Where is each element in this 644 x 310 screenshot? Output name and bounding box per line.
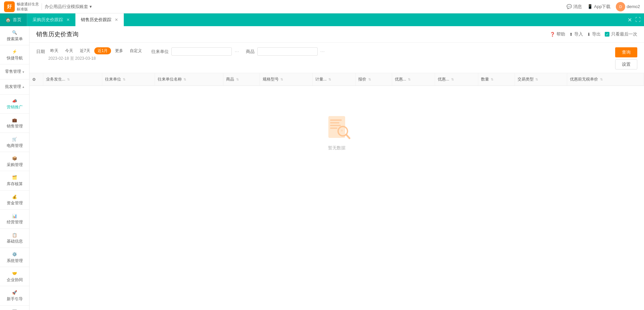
sidebar-item-inventory[interactable]: 🗂️ 库存核算 <box>0 171 29 190</box>
help-button[interactable]: ❓ 帮助 <box>550 31 565 37</box>
th-settings[interactable]: ⚙ <box>30 73 43 86</box>
sidebar-item-wholesale[interactable]: 批发管理 ▴ <box>0 80 29 95</box>
tab-home[interactable]: 🏠 首页 <box>0 13 27 26</box>
sidebar-item-search[interactable]: 🔍 搜索菜单 <box>0 26 29 45</box>
divider <box>42 3 42 10</box>
close-window-icon[interactable]: ✕ <box>628 17 632 23</box>
th-spec[interactable]: 规格型号 ⇅ <box>260 73 312 86</box>
account-dropdown[interactable]: 办公用品行业模拟账套 ▾ <box>45 4 92 10</box>
user-menu[interactable]: D demo2 <box>616 2 640 11</box>
th-unit[interactable]: 计量... ⇅ <box>312 73 356 86</box>
th-discount2[interactable]: 优惠... ⇅ <box>435 73 478 86</box>
data-table: ⚙ 业务发生... ⇅ 往来单位 ⇅ 往来单位名称 <box>30 73 644 86</box>
sidebar-item-appstore[interactable]: 🔲 应用中心 <box>0 306 29 310</box>
top-bar-left: 好 畅捷通好生意 标准版 办公用品行业模拟账套 ▾ <box>4 1 92 12</box>
th-partner-code[interactable]: 往来单位 ⇅ <box>102 73 155 86</box>
sort-icon: ⇅ <box>328 78 331 81</box>
top-bar: 好 畅捷通好生意 标准版 办公用品行业模拟账套 ▾ 💬 消息 📱 App下载 D… <box>0 0 644 13</box>
sort-icon: ⇅ <box>535 78 538 81</box>
date-filter-group: 日期 昨天 今天 近7天 近1月 更多 自定义 2023-02-18 至 202… <box>36 47 145 61</box>
tab-purchase[interactable]: 采购历史价跟踪 ✕ <box>27 13 75 26</box>
last-only-checkbox[interactable]: ✓ 只看最后一次 <box>605 31 637 37</box>
partner-dots[interactable]: ... <box>234 47 239 53</box>
page-container: 销售历史价查询 ❓ 帮助 ⬆ 导入 ⬇ 导出 ✓ <box>30 26 644 310</box>
product-filter-group: 商品 ... <box>246 47 325 56</box>
logo: 好 畅捷通好生意 标准版 <box>4 1 39 12</box>
app-download-button[interactable]: 📱 App下载 <box>587 4 610 10</box>
sidebar-item-ecommerce[interactable]: 🛒 电商管理 <box>0 133 29 152</box>
operations-icon: 📊 <box>12 214 17 219</box>
sidebar-item-enterprise[interactable]: 🤝 企业协同 <box>0 267 29 286</box>
empty-state: 暂无数据 <box>30 86 644 178</box>
basic-icon: 📋 <box>12 233 17 238</box>
svg-rect-4 <box>330 127 337 129</box>
sidebar-item-finance[interactable]: 💰 资金管理 <box>0 191 29 210</box>
th-product[interactable]: 商品 ⇅ <box>223 73 260 86</box>
purchase-icon: 📦 <box>12 156 17 161</box>
svg-rect-3 <box>330 125 341 126</box>
sort-icon: ⇅ <box>451 78 454 81</box>
tab-purchase-close[interactable]: ✕ <box>66 17 70 22</box>
tab-sales-close[interactable]: ✕ <box>115 17 118 22</box>
date-btn-yesterday[interactable]: 昨天 <box>48 47 61 54</box>
th-trade-type[interactable]: 交易类型 ⇅ <box>515 73 567 86</box>
partner-input[interactable] <box>171 47 232 56</box>
table-container: ⚙ 业务发生... ⇅ 往来单位 ⇅ 往来单位名称 <box>30 73 644 178</box>
sidebar-item-retail[interactable]: 零售管理 ▾ <box>0 64 29 80</box>
sidebar-item-purchase-mgr[interactable]: 📦 采购管理 <box>0 152 29 171</box>
th-partner-name[interactable]: 往来单位名称 ⇅ <box>155 73 223 86</box>
message-button[interactable]: 💬 消息 <box>567 4 582 10</box>
tab-sales[interactable]: 销售历史价跟踪 ✕ <box>75 13 124 26</box>
date-label: 日期 <box>36 47 45 55</box>
sidebar-item-operations[interactable]: 📊 经营管理 <box>0 210 29 229</box>
th-price[interactable]: 报价 ⇅ <box>356 73 392 86</box>
date-btn-today[interactable]: 今天 <box>62 47 76 54</box>
sidebar-item-shortcut[interactable]: ⚡ 快捷导航 <box>0 45 29 64</box>
product-dots[interactable]: ... <box>320 47 325 53</box>
empty-icon <box>323 113 350 140</box>
export-button[interactable]: ⬇ 导出 <box>587 31 601 37</box>
th-pretax-price[interactable]: 优惠前无税单价 ⇅ <box>567 73 644 86</box>
chevron-down-icon: ▾ <box>90 4 92 9</box>
product-label: 商品 <box>246 47 255 55</box>
page-header: 销售历史价查询 ❓ 帮助 ⬆ 导入 ⬇ 导出 ✓ <box>30 26 644 43</box>
page-title: 销售历史价查询 <box>36 30 78 38</box>
guide-icon: 🚀 <box>12 290 17 296</box>
svg-rect-1 <box>330 119 342 121</box>
sidebar-item-marketing[interactable]: 📣 营销推广 <box>0 95 29 114</box>
settings-button[interactable]: 设置 <box>615 59 637 69</box>
sidebar-item-sales-mgr[interactable]: 💼 销售管理 <box>0 114 29 133</box>
home-icon: 🏠 <box>5 17 11 22</box>
partner-label: 往来单位 <box>151 47 169 55</box>
inventory-icon: 🗂️ <box>12 175 17 180</box>
sort-icon: ⇅ <box>123 78 125 81</box>
th-quantity[interactable]: 数量 ⇅ <box>478 73 515 86</box>
product-input[interactable] <box>257 47 318 56</box>
date-btn-1month[interactable]: 近1月 <box>94 47 111 54</box>
date-btn-more[interactable]: 更多 <box>112 47 126 54</box>
maximize-icon[interactable]: ⛶ <box>635 17 641 23</box>
empty-illustration <box>323 113 354 143</box>
svg-rect-2 <box>330 122 339 123</box>
chevron-up-icon: ▴ <box>22 85 24 89</box>
search-icon: 🔍 <box>12 30 17 36</box>
filter-bar: 日期 昨天 今天 近7天 近1月 更多 自定义 2023-02-18 至 202… <box>30 43 644 73</box>
sort-icon: ⇅ <box>491 78 493 81</box>
empty-text: 暂无数据 <box>328 145 345 151</box>
date-btn-7days[interactable]: 近7天 <box>77 47 93 54</box>
th-biz-date[interactable]: 业务发生... ⇅ <box>43 73 102 86</box>
avatar: D <box>616 2 625 11</box>
date-btn-custom[interactable]: 自定义 <box>127 47 145 54</box>
sidebar-item-basic[interactable]: 📋 基础信息 <box>0 229 29 248</box>
import-button[interactable]: ⬆ 导入 <box>569 31 583 37</box>
import-icon: ⬆ <box>569 32 573 37</box>
sidebar-item-system[interactable]: ⚙️ 系统管理 <box>0 248 29 267</box>
date-options: 昨天 今天 近7天 近1月 更多 自定义 2023-02-18 至 2023-0… <box>48 47 145 61</box>
sort-icon: ⇅ <box>408 78 411 81</box>
sort-icon: ⇅ <box>280 78 283 81</box>
query-button[interactable]: 查询 <box>615 47 637 57</box>
sidebar-item-guide[interactable]: 🚀 新手引导 <box>0 286 29 305</box>
sort-icon: ⇅ <box>67 78 70 81</box>
table-header-row: ⚙ 业务发生... ⇅ 往来单位 ⇅ 往来单位名称 <box>30 73 644 86</box>
th-discount1[interactable]: 优惠... ⇅ <box>392 73 435 86</box>
